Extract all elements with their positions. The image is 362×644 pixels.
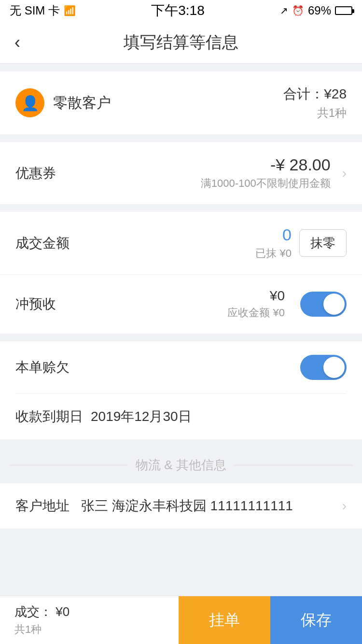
prepayment-sub: 应收金额 ¥0 — [227, 306, 285, 320]
carrier-label: 无 SIM 卡 — [10, 3, 60, 18]
debt-label: 本单赊欠 — [15, 358, 70, 377]
prepayment-amount: ¥0 — [227, 288, 285, 304]
deal-section: 成交金额 0 已抹 ¥0 抹零 冲预收 ¥0 应收金额 ¥0 — [0, 212, 362, 334]
deal-amount-value: 0 — [255, 225, 292, 244]
bottom-bar: 成交： ¥0 共1种 挂单 保存 — [0, 596, 362, 644]
alarm-icon: ⏰ — [292, 5, 304, 16]
coupon-right: -¥ 28.00 满1000-100不限制使用金额 — [201, 155, 331, 191]
coupon-amount: -¥ 28.00 — [201, 155, 331, 174]
round-zero-button[interactable]: 抹零 — [299, 229, 347, 257]
customer-name: 零散客户 — [53, 93, 111, 113]
deal-amount-label: 成交金额 — [15, 234, 70, 252]
bottom-info: 成交： ¥0 共1种 — [0, 603, 179, 637]
battery-icon — [335, 6, 352, 15]
prepayment-info: ¥0 应收金额 ¥0 — [227, 288, 285, 320]
due-date-label: 收款到期日 — [15, 407, 83, 426]
nav-bar: ‹ 填写结算等信息 — [0, 21, 362, 64]
address-label: 客户地址 — [15, 497, 70, 515]
prepayment-toggle[interactable] — [300, 292, 347, 317]
debt-toggle-knob — [323, 357, 345, 378]
coupon-label: 优惠券 — [15, 164, 56, 182]
customer-section: 👤 零散客户 合计：¥28 共1种 — [0, 71, 362, 134]
debt-row: 本单赊欠 — [0, 341, 362, 393]
coupon-value-right: -¥ 28.00 满1000-100不限制使用金额 › — [201, 155, 347, 191]
status-time: 下午3:18 — [151, 1, 205, 20]
prepayment-toggle-wrap — [300, 292, 347, 317]
logistics-label: 物流 & 其他信息 — [136, 457, 226, 474]
debt-toggle[interactable] — [300, 355, 347, 380]
address-section: 客户地址 张三 海淀永丰科技园 11111111111 › — [0, 483, 362, 529]
page-title: 填写结算等信息 — [124, 31, 238, 54]
total-count: 共1种 — [283, 105, 347, 121]
deal-amount-right: 0 已抹 ¥0 抹零 — [255, 225, 347, 261]
deal-amount-info: 0 已抹 ¥0 — [255, 225, 292, 261]
due-date-value: 2019年12月30日 — [91, 407, 192, 426]
status-bar: 无 SIM 卡 📶 下午3:18 ↗ ⏰ 69% — [0, 0, 362, 21]
address-value: 张三 海淀永丰科技园 11111111111 — [81, 497, 338, 515]
logistics-divider: 物流 & 其他信息 — [0, 447, 362, 483]
battery-label: 69% — [308, 4, 331, 17]
customer-row: 👤 零散客户 合计：¥28 共1种 — [0, 71, 362, 134]
deal-amount-row: 成交金额 0 已抹 ¥0 抹零 — [0, 212, 362, 275]
location-icon: ↗ — [280, 5, 288, 16]
save-button[interactable]: 保存 — [270, 596, 362, 644]
bottom-deal-text: 成交： — [14, 604, 52, 619]
bottom-deal-label: 成交： ¥0 — [14, 603, 164, 620]
due-date-row: 收款到期日 2019年12月30日 — [0, 394, 362, 439]
avatar: 👤 — [15, 88, 44, 117]
chevron-right-icon: › — [342, 166, 347, 181]
status-right: ↗ ⏰ 69% — [280, 4, 352, 17]
deal-amount-sub: 已抹 ¥0 — [255, 246, 292, 261]
address-chevron-icon: › — [342, 498, 347, 514]
prepayment-row: 冲预收 ¥0 应收金额 ¥0 — [0, 275, 362, 334]
prepayment-right: ¥0 应收金额 ¥0 — [227, 288, 347, 320]
avatar-icon: 👤 — [21, 95, 39, 112]
coupon-row[interactable]: 优惠券 -¥ 28.00 满1000-100不限制使用金额 › — [0, 142, 362, 204]
prepayment-label: 冲预收 — [15, 295, 56, 313]
status-left: 无 SIM 卡 📶 — [10, 3, 76, 18]
debt-section: 本单赊欠 收款到期日 2019年12月30日 — [0, 341, 362, 439]
total-price: 合计：¥28 — [283, 85, 347, 103]
coupon-section: 优惠券 -¥ 28.00 满1000-100不限制使用金额 › — [0, 142, 362, 204]
bottom-deal-amount: ¥0 — [56, 604, 70, 619]
hang-button[interactable]: 挂单 — [179, 596, 270, 644]
back-button[interactable]: ‹ — [14, 32, 20, 53]
address-row[interactable]: 客户地址 张三 海淀永丰科技园 11111111111 › — [0, 483, 362, 529]
bottom-count: 共1种 — [14, 622, 164, 637]
coupon-desc: 满1000-100不限制使用金额 — [201, 176, 331, 191]
toggle-knob — [323, 294, 345, 315]
customer-right: 合计：¥28 共1种 — [283, 85, 347, 121]
wifi-icon: 📶 — [64, 5, 76, 16]
customer-left: 👤 零散客户 — [15, 88, 111, 117]
